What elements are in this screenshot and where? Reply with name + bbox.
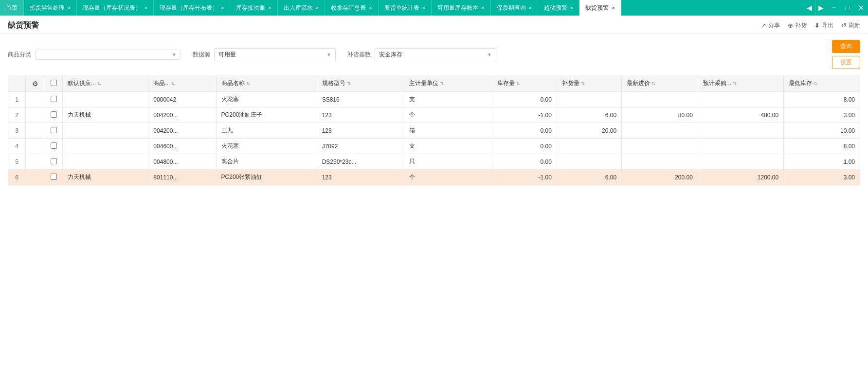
restock-button[interactable]: ⊕ 补货	[788, 21, 807, 30]
product-name-4: 离合片	[216, 154, 317, 170]
tab-prev-button[interactable]: ◀	[804, 0, 815, 16]
table-row: 6力天机械801110...PC200张紧油缸123个-1.006.00200.…	[8, 170, 860, 185]
col-label-default_supplier: 默认供应...	[68, 80, 96, 87]
page-title: 缺货预警	[8, 20, 39, 31]
tab-close-requisition-stat[interactable]: ×	[422, 5, 425, 11]
share-button[interactable]: ↗ 分享	[761, 21, 780, 30]
tab-close-receipt-summary[interactable]: ×	[369, 5, 372, 11]
tab-inout-flow[interactable]: 出入库流水×	[278, 0, 325, 16]
tab-close-exception[interactable]: ×	[68, 5, 71, 11]
est-purchase-2	[698, 123, 783, 139]
sort-icon-min_stock[interactable]: ⇅	[814, 81, 817, 86]
export-button[interactable]: ⬇ 导出	[814, 21, 833, 30]
row-checkbox-4[interactable]	[51, 158, 57, 164]
col-header-min_stock: 最低库存⇅	[784, 75, 860, 92]
restock-basis-select[interactable]: 安全库存 ▼	[375, 48, 496, 61]
sort-icon-product_code[interactable]: ⇅	[171, 81, 175, 86]
row-checkbox-2[interactable]	[51, 127, 57, 133]
refresh-label: 刷新	[849, 21, 860, 30]
sort-icon-latest_price[interactable]: ⇅	[651, 81, 655, 86]
tab-inventory-status[interactable]: 现存量（库存状况表）×	[77, 0, 153, 16]
col-label-product_name: 商品名称	[221, 80, 245, 87]
tab-exception[interactable]: 拣货异常处理×	[24, 0, 77, 16]
table-header: ⚙默认供应...⇅商品...⇅商品名称⇅规格型号⇅主计量单位⇅库存量⇅补货量⇅最…	[8, 75, 860, 92]
default-supplier-1: 力天机械	[63, 107, 148, 123]
row-checkbox-3[interactable]	[51, 142, 57, 149]
col-header-product_code: 商品...⇅	[148, 75, 216, 92]
tab-requisition-stat[interactable]: 要货单统计表×	[379, 0, 432, 16]
settings-button[interactable]: 设置	[832, 56, 860, 69]
row-checkbox-5[interactable]	[51, 174, 57, 180]
table-row: 5004800...离合片DS250*23c...只0.001.00	[8, 154, 860, 170]
category-filter-group: 商品分类 ▼	[8, 50, 181, 60]
stock-4: 0.00	[492, 154, 557, 170]
min-stock-0: 8.00	[784, 92, 860, 107]
col-header-settings[interactable]: ⚙	[26, 75, 45, 92]
tab-inventory-dist[interactable]: 现存量（库存分布表）×	[154, 0, 230, 16]
sort-icon-unit[interactable]: ⇅	[440, 81, 444, 86]
maximize-button[interactable]: □	[841, 0, 854, 16]
sort-icon-restock_qty[interactable]: ⇅	[581, 81, 585, 86]
row-checkbox-1[interactable]	[51, 111, 57, 118]
product-name-0: 火花塞	[216, 92, 317, 107]
sort-icon-stock[interactable]: ⇅	[516, 81, 520, 86]
tab-close-available-ledger[interactable]: ×	[481, 5, 484, 11]
minimize-button[interactable]: －	[827, 0, 841, 16]
tab-close-inout-flow[interactable]: ×	[316, 5, 319, 11]
row-checkbox-0[interactable]	[51, 96, 57, 102]
row-num-3: 4	[8, 139, 26, 154]
refresh-icon: ↺	[841, 22, 847, 29]
refresh-button[interactable]: ↺ 刷新	[841, 21, 860, 30]
select-all-checkbox[interactable]	[51, 80, 57, 86]
gear-icon[interactable]: ⚙	[32, 80, 38, 88]
tab-expiry-query[interactable]: 保质期查询×	[491, 0, 538, 16]
row-num-0: 1	[8, 92, 26, 107]
row-settings-2	[26, 123, 45, 139]
unit-2: 箱	[404, 123, 492, 139]
est-purchase-0	[698, 92, 783, 107]
query-button[interactable]: 查询	[832, 40, 860, 53]
col-label-spec: 规格型号	[322, 80, 345, 87]
latest-price-0	[622, 92, 698, 107]
unit-1: 个	[404, 107, 492, 123]
col-label-unit: 主计量单位	[409, 80, 438, 87]
row-settings-0	[26, 92, 45, 107]
min-stock-5: 3.00	[784, 170, 860, 185]
tab-batch-account[interactable]: 库存批次账×	[230, 0, 277, 16]
restock-qty-4	[557, 154, 621, 170]
tab-home[interactable]: 首页	[0, 0, 24, 16]
sort-icon-default_supplier[interactable]: ⇅	[97, 81, 101, 86]
col-header-checkbox[interactable]	[45, 75, 63, 92]
restock-qty-1: 6.00	[557, 107, 621, 123]
sort-icon-spec[interactable]: ⇅	[347, 81, 351, 86]
tab-label-inventory-status: 现存量（库存状况表）	[83, 4, 141, 12]
sort-icon-product_name[interactable]: ⇅	[246, 81, 250, 86]
tab-overstock-warning[interactable]: 超储预警×	[538, 0, 579, 16]
tab-shortage-warning[interactable]: 缺货预警×	[579, 0, 621, 16]
tab-close-overstock-warning[interactable]: ×	[570, 5, 573, 11]
sort-icon-est_purchase[interactable]: ⇅	[733, 81, 737, 86]
table-row: 10000042火花塞SS816支0.008.00	[8, 92, 860, 107]
row-num-5: 6	[8, 170, 26, 185]
export-label: 导出	[822, 21, 833, 30]
category-select[interactable]: ▼	[35, 50, 181, 60]
tab-close-expiry-query[interactable]: ×	[529, 5, 532, 11]
product-name-2: 三九	[216, 123, 317, 139]
tab-close-shortage-warning[interactable]: ×	[612, 5, 615, 11]
latest-price-2	[622, 123, 698, 139]
close-button[interactable]: ✕	[854, 0, 868, 16]
tab-label-inventory-dist: 现存量（库存分布表）	[160, 4, 218, 12]
tab-close-inventory-status[interactable]: ×	[144, 5, 147, 11]
restock-qty-5: 6.00	[557, 170, 621, 185]
tab-label-inout-flow: 出入库流水	[284, 4, 313, 12]
col-header-default_supplier: 默认供应...⇅	[63, 75, 148, 92]
min-stock-2: 10.00	[784, 123, 860, 139]
tab-close-batch-account[interactable]: ×	[268, 5, 271, 11]
tab-next-button[interactable]: ▶	[815, 0, 827, 16]
tab-close-inventory-dist[interactable]: ×	[221, 5, 224, 11]
table-row: 2力天机械004200...PC200油缸庄子123个-1.006.0080.0…	[8, 107, 860, 123]
tab-available-ledger[interactable]: 可用量库存账本×	[432, 0, 490, 16]
datasource-select[interactable]: 可用量 ▼	[214, 48, 336, 61]
col-header-est_purchase: 预计采购...⇅	[698, 75, 783, 92]
tab-receipt-summary[interactable]: 收发存汇总表×	[325, 0, 378, 16]
